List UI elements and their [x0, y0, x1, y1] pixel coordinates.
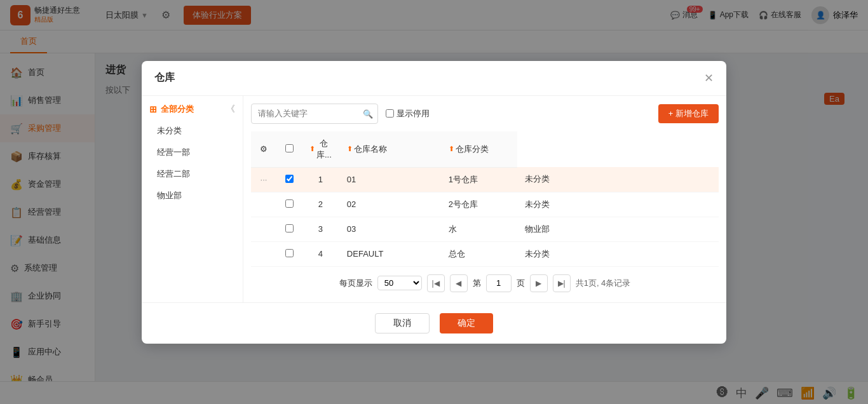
row-checkbox-2[interactable]: [285, 224, 294, 232]
table-row[interactable]: 3 03 水 物业部: [251, 217, 719, 241]
per-page-select[interactable]: 50 10 20 100: [377, 276, 422, 290]
row-check-2[interactable]: [276, 217, 302, 241]
row-name-2: 水: [441, 217, 517, 241]
sort-icon-cat[interactable]: ⬆: [449, 145, 454, 153]
dialog-close-button[interactable]: ✕: [704, 71, 714, 85]
row-code-3: DEFAULT: [339, 241, 441, 266]
show-disabled-checkbox[interactable]: [386, 109, 394, 118]
search-input-wrap: 🔍: [251, 104, 378, 124]
search-bar: 🔍 显示停用 + 新增仓库: [251, 104, 719, 124]
next-page-button[interactable]: ▶: [530, 274, 548, 292]
row-no-2: 3: [302, 217, 339, 241]
dialog-title: 仓库: [154, 71, 175, 84]
row-gear-1[interactable]: [251, 192, 276, 217]
row-gear-3[interactable]: [251, 241, 276, 266]
select-all-checkbox[interactable]: [285, 144, 294, 152]
category-panel: ⊞ 全部分类 《 未分类 经营一部 经营二部 物业部: [142, 96, 243, 302]
page-label: 第: [473, 278, 481, 289]
row-cat-2: 物业部: [517, 217, 719, 241]
table-row[interactable]: 2 02 2号仓库 未分类: [251, 192, 719, 217]
row-cat-1: 未分类: [517, 192, 719, 217]
category-item-dept2[interactable]: 经营二部: [142, 163, 243, 185]
col-name-header: ⬆ 仓库名称: [339, 131, 441, 168]
prev-page-button[interactable]: ◀: [450, 274, 468, 292]
page-total-info: 共1页, 4条记录: [576, 278, 631, 289]
row-checkbox-0[interactable]: [285, 175, 294, 183]
row-name-3: 总仓: [441, 241, 517, 266]
row-no-0: 1: [302, 167, 339, 192]
row-gear-2[interactable]: [251, 217, 276, 241]
col-no-header: ⬆ 仓库...: [302, 131, 339, 168]
add-warehouse-button[interactable]: + 新增仓库: [658, 104, 719, 123]
first-page-button[interactable]: |◀: [427, 274, 445, 292]
page-unit: 页: [517, 278, 525, 289]
sort-icon-no[interactable]: ⬆: [309, 145, 315, 153]
row-code-0: 01: [339, 167, 441, 192]
dialog-overlay: 仓库 ✕ ⊞ 全部分类 《 未分类 经营一部: [0, 0, 868, 404]
all-categories[interactable]: ⊞ 全部分类: [149, 104, 194, 115]
category-collapse-button[interactable]: 《: [226, 104, 235, 115]
row-cat-0: 未分类: [517, 167, 719, 192]
row-checkbox-3[interactable]: [285, 249, 294, 257]
dialog-body: ⊞ 全部分类 《 未分类 经营一部 经营二部 物业部: [142, 96, 726, 302]
category-header: ⊞ 全部分类 《: [142, 104, 243, 120]
dialog-footer: 取消 确定: [142, 302, 726, 344]
row-gear-0[interactable]: ···: [251, 167, 276, 192]
col-check-header: [276, 131, 302, 168]
per-page-label: 每页显示: [339, 278, 372, 289]
search-icon[interactable]: 🔍: [363, 109, 373, 118]
category-item-uncategorized[interactable]: 未分类: [142, 120, 243, 142]
category-item-dept1[interactable]: 经营一部: [142, 142, 243, 163]
table-body: ··· 1 01 1号仓库 未分类 2 02 2号仓库 未分类: [251, 167, 719, 266]
table-row[interactable]: 4 DEFAULT 总仓 未分类: [251, 241, 719, 266]
search-input[interactable]: [251, 104, 378, 124]
col-cat-header: ⬆ 仓库分类: [441, 131, 517, 168]
row-check-3[interactable]: [276, 241, 302, 266]
grid-icon: ⊞: [149, 104, 157, 114]
row-cat-3: 未分类: [517, 241, 719, 266]
category-item-property[interactable]: 物业部: [142, 185, 243, 206]
sort-icon-name[interactable]: ⬆: [347, 145, 353, 153]
col-gear-header: ⚙: [251, 131, 276, 168]
show-disabled-label[interactable]: 显示停用: [386, 108, 430, 119]
warehouse-table: ⚙ ⬆ 仓库...: [251, 131, 719, 267]
table-panel: 🔍 显示停用 + 新增仓库 ⚙: [243, 96, 726, 302]
cancel-button[interactable]: 取消: [375, 313, 430, 333]
page-input[interactable]: [486, 274, 512, 292]
row-name-1: 2号仓库: [441, 192, 517, 217]
row-code-1: 02: [339, 192, 441, 217]
row-name-0: 1号仓库: [441, 167, 517, 192]
row-no-1: 2: [302, 192, 339, 217]
table-header-row: ⚙ ⬆ 仓库...: [251, 131, 719, 168]
dialog-header: 仓库 ✕: [142, 61, 726, 96]
row-code-2: 03: [339, 217, 441, 241]
row-no-3: 4: [302, 241, 339, 266]
table-row[interactable]: ··· 1 01 1号仓库 未分类: [251, 167, 719, 192]
warehouse-dialog: 仓库 ✕ ⊞ 全部分类 《 未分类 经营一部: [142, 61, 726, 344]
row-check-0[interactable]: [276, 167, 302, 192]
last-page-button[interactable]: ▶|: [553, 274, 571, 292]
confirm-button[interactable]: 确定: [440, 313, 493, 333]
row-check-1[interactable]: [276, 192, 302, 217]
pagination: 每页显示 50 10 20 100 |◀ ◀ 第 页 ▶ ▶| 共1页, 4条记…: [251, 267, 719, 295]
row-checkbox-1[interactable]: [285, 199, 294, 208]
